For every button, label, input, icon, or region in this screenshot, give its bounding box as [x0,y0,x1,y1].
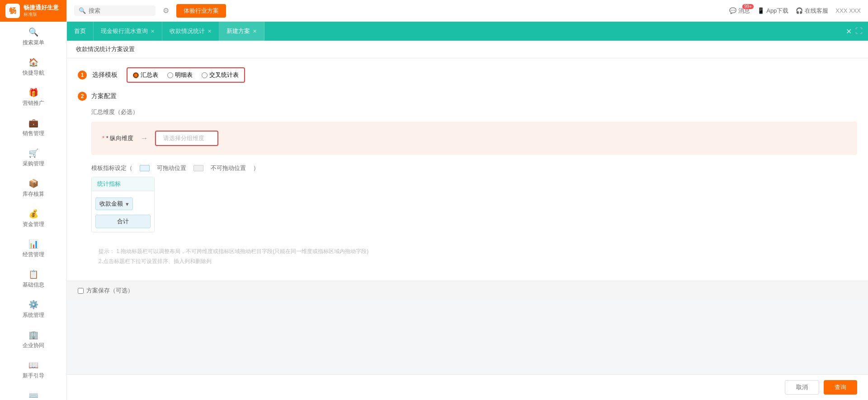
vertical-dim-label: * * 纵向维度 [102,134,133,142]
topbar: 🔍 ⚙ 体验行业方案 💬 消息 99+ 📱 App下载 🎧 在线客服 [67,0,868,22]
sidebar-item-operation[interactable]: 📊 经营管理 [0,234,66,264]
search-input[interactable] [89,7,143,14]
dimension-select[interactable]: 请选择分组维度 [155,131,218,146]
indicator-settings-label: 模板指标设定（ [91,164,132,172]
sidebar-label: 快捷导航 [23,69,44,77]
radio-cross[interactable]: 交叉统计表 [202,71,239,79]
cancel-button[interactable]: 取消 [785,380,819,395]
template-radio-group: 汇总表 明细表 交叉统计表 [127,67,245,83]
sidebar-item-inventory[interactable]: 📦 库存核算 [0,173,66,203]
close-window-icon[interactable]: ✕ [846,27,852,36]
keyboard-icon: ⌨️ [28,391,38,400]
book-icon: 📖 [28,360,38,370]
sidebar: 畅 畅捷通好生意 标准版 🔍 搜索菜单 🏠 快捷导航 🎁 营销推广 💼 [0,0,67,400]
search-box[interactable]: 🔍 [74,5,156,16]
sidebar-item-enterprise[interactable]: 🏢 企业协同 [0,325,66,355]
service-label: 在线客服 [805,7,828,15]
sidebar-nav: 🔍 搜索菜单 🏠 快捷导航 🎁 营销推广 💼 销售管理 🛒 采购管理 📦 [0,22,66,400]
tab-receipts-stat[interactable]: 收款情况统计 ✕ [162,22,219,41]
gear-icon[interactable]: ⚙ [163,6,169,15]
logo-badge: 标准版 [24,11,59,18]
save-checkbox[interactable] [78,288,84,294]
indicator-group-label: 统计指标 [97,180,121,187]
home-tab-label: 首页 [74,27,86,35]
radio-detail-input[interactable] [167,72,173,78]
sidebar-label: 营销推广 [23,99,44,107]
step1-num: 1 [78,71,87,80]
message-btn[interactable]: 💬 消息 99+ [729,7,750,15]
sidebar-label: 资金管理 [23,221,44,228]
industry-btn[interactable]: 体验行业方案 [176,4,226,18]
radio-cross-input[interactable] [202,72,208,78]
message-badge: 99+ [742,4,754,9]
dimension-section-title: 汇总维度（必选） [91,108,857,116]
sidebar-item-quick-nav[interactable]: 🏠 快捷导航 [0,52,66,82]
immovable-indicator [193,165,203,171]
home-icon: 🏠 [28,57,38,67]
cart-icon: 🛒 [28,148,38,158]
download-icon: 📱 [757,7,764,14]
logo-icon: 畅 [5,4,20,18]
sidebar-item-search-menu[interactable]: 🔍 搜索菜单 [0,22,66,52]
radio-detail[interactable]: 明细表 [167,71,193,79]
building-icon: 🏢 [28,330,38,340]
briefcase-icon: 💼 [28,118,38,128]
sidebar-item-newbie[interactable]: 📖 新手引导 [0,355,66,385]
amount-tag[interactable]: 收款金额 ▾ [95,198,133,210]
sidebar-item-finance[interactable]: 💰 资金管理 [0,203,66,234]
indicator-group-header: 统计指标 [92,177,154,191]
tab-bank-flow[interactable]: 现金银行流水查询 ✕ [94,22,162,41]
gift-icon: 🎁 [28,88,38,98]
service-btn[interactable]: 🎧 在线客服 [796,7,828,15]
money-icon: 💰 [28,209,38,219]
sidebar-label: 搜索菜单 [23,39,44,47]
page-breadcrumb: 收款情况统计方案设置 [67,41,868,58]
main-content: 🔍 ⚙ 体验行业方案 💬 消息 99+ 📱 App下载 🎧 在线客服 [67,0,868,400]
sidebar-item-basic-info[interactable]: 📋 基础信息 [0,264,66,294]
chart-icon: 📊 [28,239,38,249]
gear-icon: ⚙️ [28,300,38,310]
dimension-container: 汇总维度（必选） * * 纵向维度 → 请选择分组维度 [91,108,857,272]
topbar-right: 💬 消息 99+ 📱 App下载 🎧 在线客服 XXX XXX [729,7,861,15]
tab-new-plan[interactable]: 新建方案 ✕ [219,22,264,41]
sidebar-item-sales[interactable]: 💼 销售管理 [0,113,66,143]
radio-summary-input[interactable] [133,72,139,78]
indicator-tag-container: 收款金额 ▾ [92,195,154,213]
new-plan-label: 新建方案 [226,27,250,35]
search-menu-icon: 🔍 [28,27,38,37]
logo-title: 畅捷通好生意 [24,4,59,11]
tips-area: 提示： 1.拖动标题栏可以调整布局，不可跨维度或指标区域拖动栏目字段(只能在同一… [91,241,857,272]
radio-summary[interactable]: 汇总表 [133,71,158,79]
tab-close-bank-flow[interactable]: ✕ [151,28,155,34]
tab-close-new-plan[interactable]: ✕ [253,28,257,34]
download-btn[interactable]: 📱 App下载 [757,7,788,15]
maximize-icon[interactable]: ⛶ [855,27,863,35]
tab-actions: ✕ ⛶ [840,22,868,41]
indicator-section: 模板指标设定（ 可拖动位置 不可拖动位置 ） 统计指标 [91,164,857,232]
sidebar-item-purchase[interactable]: 🛒 采购管理 [0,143,66,173]
sidebar-label: 销售管理 [23,130,44,137]
step2-header: 2 方案配置 [78,92,857,101]
sidebar-label: 经营管理 [23,251,44,259]
step2-label: 方案配置 [91,92,117,100]
page-content: 收款情况统计方案设置 1 选择模板 汇总表 明细表 [67,41,868,374]
indicator-table: 统计指标 收款金额 ▾ 合计 [91,177,155,232]
sidebar-item-system[interactable]: ⚙️ 系统管理 [0,294,66,325]
sidebar-item-smart-hw[interactable]: ⌨️ 智能硬件 [0,385,66,400]
movable-indicator [140,165,150,171]
form-section: 1 选择模板 汇总表 明细表 交叉统计表 [67,58,868,281]
step2-num: 2 [78,92,87,101]
tabbar: 首页 现金银行流水查询 ✕ 收款情况统计 ✕ 新建方案 ✕ ✕ ⛶ [67,22,868,41]
tab-close-receipts-stat[interactable]: ✕ [208,28,212,34]
receipts-stat-label: 收款情况统计 [170,27,205,35]
sidebar-item-marketing[interactable]: 🎁 营销推广 [0,82,66,113]
total-subtag: 合计 [95,215,151,228]
tip-line1: 提示： 1.拖动标题栏可以调整布局，不可跨维度或指标区域拖动栏目字段(只能在同一… [99,247,850,257]
save-checkbox-label[interactable]: 方案保存（可选） [78,287,133,295]
message-icon: 💬 [729,7,736,14]
tab-home[interactable]: 首页 [67,22,94,41]
form-footer: 方案保存（可选） [67,281,868,300]
query-button[interactable]: 查询 [824,380,857,395]
movable-label: 可拖动位置 [157,164,186,172]
required-star: * [102,135,104,141]
